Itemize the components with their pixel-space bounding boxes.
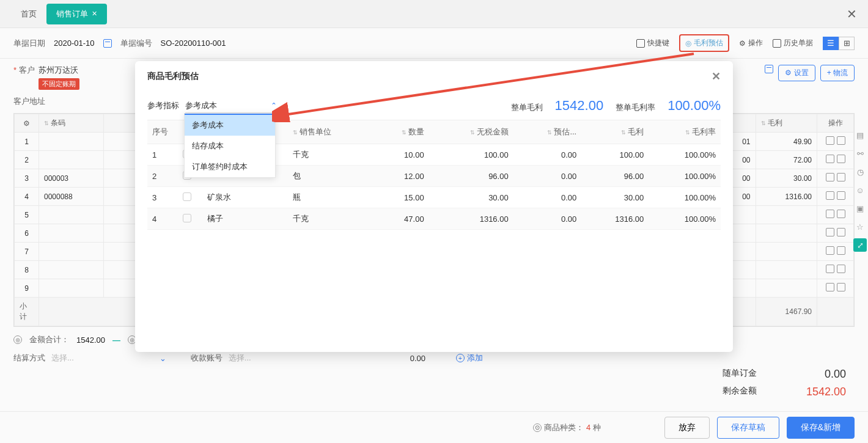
rail-link-icon[interactable]: ⚯ [853, 147, 867, 160]
mcol-est[interactable]: ⇅预估... [513, 120, 582, 144]
dropdown-option[interactable]: 订单签约时成本 [185, 156, 275, 177]
cell-barcode[interactable] [39, 206, 104, 224]
tab-close-icon[interactable]: ✕ [92, 10, 97, 18]
copy-icon[interactable] [837, 246, 845, 255]
calendar-icon[interactable] [103, 39, 112, 48]
mcell-rate: 100.00% [649, 187, 721, 208]
cell-ops [817, 261, 854, 279]
filter-input[interactable] [185, 98, 277, 113]
col-gross[interactable]: ⇅毛利 [756, 114, 817, 133]
modal-header: 商品毛利预估 ✕ [135, 61, 733, 92]
copy-icon[interactable] [837, 155, 845, 163]
mcell-notax: 30.00 [429, 187, 513, 208]
col-gear[interactable]: ⚙ [15, 114, 39, 133]
settle-method-select[interactable]: 选择... [51, 353, 74, 364]
chevron-down-icon[interactable]: ⌄ [160, 354, 166, 363]
dropdown-option[interactable]: 结存成本 [185, 136, 275, 156]
tab-home[interactable]: 首页 [11, 4, 46, 24]
mcol-idx[interactable]: 序号 [147, 120, 178, 144]
delete-icon[interactable] [826, 136, 834, 145]
delete-icon[interactable] [826, 173, 834, 181]
cell-barcode[interactable] [39, 151, 104, 169]
copy-icon[interactable] [837, 191, 845, 200]
mcol-gross[interactable]: ⇅毛利 [581, 120, 649, 144]
col-ops: 操作 [817, 114, 854, 133]
cell-gross: 30.00 [756, 169, 817, 188]
settings-button[interactable]: ⚙ 设置 [778, 65, 815, 81]
delete-icon[interactable] [826, 246, 834, 255]
rail-clock-icon[interactable]: ◷ [853, 165, 867, 178]
filter-select[interactable]: ⌄ 参考成本 结存成本 订单签约时成本 [185, 98, 277, 113]
row-idx: 5 [15, 206, 39, 224]
modal-close-icon[interactable]: ✕ [712, 70, 721, 83]
delete-icon[interactable] [826, 210, 834, 218]
cell-barcode[interactable] [39, 243, 104, 261]
tab-sales-order[interactable]: 销售订单 ✕ [46, 4, 107, 24]
plus-icon: + [827, 68, 831, 77]
action-operations[interactable]: ⚙ 操作 [739, 38, 763, 48]
checkbox-icon[interactable] [183, 214, 191, 222]
delete-icon[interactable] [826, 228, 834, 236]
delete-icon[interactable] [826, 155, 834, 163]
mcell-chk[interactable] [178, 208, 202, 230]
add-label: 添加 [467, 353, 483, 364]
save-new-button[interactable]: 保存&新增 [787, 417, 855, 439]
table-row[interactable]: 4 橘子 千克 47.00 1316.00 0.00 1316.00 100.0… [147, 208, 721, 230]
copy-icon[interactable] [837, 136, 845, 145]
address-label: 客户地址 [13, 96, 45, 107]
view-grid-icon[interactable]: ⊞ [839, 37, 855, 50]
copy-icon[interactable] [837, 265, 845, 273]
delete-icon[interactable] [826, 265, 834, 273]
cell-barcode[interactable]: 000003 [39, 169, 104, 188]
chevron-up-icon[interactable]: ⌄ [271, 101, 277, 109]
delete-icon[interactable] [826, 283, 834, 291]
side-rail: ▤ ⚯ ◷ ☺ ▣ ☆ ⤢ [852, 128, 868, 252]
date-value[interactable]: 2020-01-10 [54, 38, 95, 48]
rail-user-icon[interactable]: ☺ [853, 183, 867, 197]
tab-label: 销售订单 [56, 9, 88, 20]
cell-ops [817, 151, 854, 169]
save-draft-button[interactable]: 保存草稿 [717, 417, 779, 439]
mcol-unit[interactable]: ⇅销售单位 [288, 120, 372, 144]
cell-barcode[interactable] [39, 133, 104, 151]
discard-button[interactable]: 放弃 [664, 417, 710, 439]
mcell-notax: 100.00 [429, 144, 513, 166]
cell-barcode[interactable] [39, 261, 104, 279]
receive-acct-select[interactable]: 选择... [229, 353, 251, 364]
mcol-rate[interactable]: ⇅毛利率 [649, 120, 721, 144]
cell-barcode[interactable]: 0000088 [39, 188, 104, 206]
copy-icon[interactable] [837, 210, 845, 218]
copy-icon[interactable] [837, 228, 845, 236]
window-close-icon[interactable]: ✕ [847, 7, 857, 21]
action-label: 操作 [748, 38, 763, 48]
cell-barcode[interactable] [39, 224, 104, 243]
copy-icon[interactable] [837, 283, 845, 291]
dropdown-option[interactable]: 参考成本 [185, 114, 275, 136]
rail-cube-icon[interactable]: ▣ [853, 202, 867, 215]
logistics-button[interactable]: + 物流 [820, 65, 855, 81]
cell-ops [817, 243, 854, 261]
view-list-icon[interactable]: ☰ [823, 37, 839, 50]
col-barcode[interactable]: ⇅条码 [39, 114, 104, 133]
rail-star-icon[interactable]: ☆ [853, 220, 867, 233]
mcol-notax[interactable]: ⇅无税金额 [429, 120, 513, 144]
add-settle-button[interactable]: + 添加 [456, 353, 483, 364]
row-idx: 8 [15, 261, 39, 279]
action-history[interactable]: 历史单据 [773, 38, 813, 48]
count-icon: ⊙ [533, 423, 542, 432]
info-icon[interactable]: ⊕ [13, 335, 22, 344]
delete-icon[interactable] [826, 191, 834, 200]
action-shortcut[interactable]: 快捷键 [636, 38, 669, 48]
rail-expand-icon[interactable]: ⤢ [853, 238, 867, 252]
subtotal-label: 小计 [15, 298, 39, 326]
action-gross-estimate[interactable]: ◎ 毛利预估 [679, 34, 729, 52]
cell-barcode[interactable] [39, 279, 104, 298]
checkbox-icon[interactable] [183, 192, 191, 201]
mcell-chk[interactable] [178, 187, 202, 208]
customer-name[interactable]: 苏州万达沃 [39, 65, 79, 76]
mcol-qty[interactable]: ⇅数量 [372, 120, 429, 144]
copy-icon[interactable] [837, 173, 845, 181]
calendar-icon[interactable] [765, 65, 773, 73]
rail-note-icon[interactable]: ▤ [853, 128, 867, 142]
table-row[interactable]: 3 矿泉水 瓶 15.00 30.00 0.00 30.00 100.00% [147, 187, 721, 208]
